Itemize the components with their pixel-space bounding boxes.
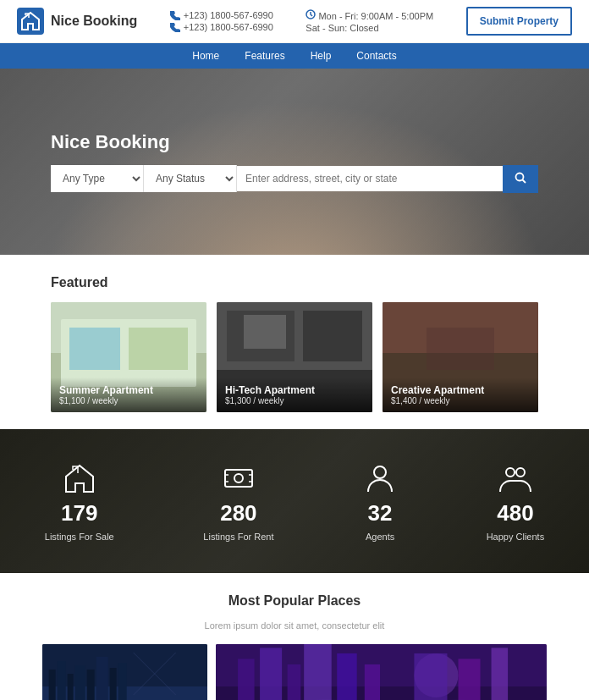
card-price-1: $1,300 / weekly bbox=[225, 396, 364, 405]
svg-point-2 bbox=[516, 173, 524, 180]
card-name-1: Hi-Tech Apartment bbox=[225, 384, 364, 396]
svg-line-3 bbox=[523, 179, 526, 183]
svg-rect-18 bbox=[225, 470, 252, 487]
featured-card-0[interactable]: Summer Apartment $1,100 / weekly bbox=[51, 302, 206, 412]
featured-cards: Summer Apartment $1,100 / weekly Hi-Tech… bbox=[51, 302, 538, 412]
places-top-row: New York 3 Properties bbox=[42, 644, 547, 700]
search-input[interactable] bbox=[237, 166, 503, 191]
status-select[interactable]: Any Status For Sale For Rent bbox=[144, 165, 237, 192]
hero-content: Nice Booking Any Type Apartment House Vi… bbox=[51, 131, 538, 193]
stat-label-3: Happy Clients bbox=[487, 532, 544, 542]
hero-title: Nice Booking bbox=[51, 131, 538, 153]
nav-contacts[interactable]: Contacts bbox=[356, 50, 396, 62]
svg-rect-11 bbox=[303, 311, 362, 361]
place-las-vegas[interactable]: Las Vegas 4 Properties bbox=[216, 644, 547, 700]
stat-label-2: Agents bbox=[366, 532, 394, 542]
type-select[interactable]: Any Type Apartment House Villa bbox=[51, 165, 144, 192]
money-icon bbox=[222, 461, 256, 495]
agent-icon bbox=[363, 461, 397, 495]
card-overlay-2: Creative Apartment $1,400 / weekly bbox=[383, 378, 538, 412]
clock-icon bbox=[306, 9, 316, 19]
svg-rect-17 bbox=[427, 328, 494, 370]
stat-clients: 480 Happy Clients bbox=[487, 461, 544, 542]
place-content-lv: Las Vegas 4 Properties bbox=[216, 692, 547, 700]
nav-features[interactable]: Features bbox=[245, 50, 284, 62]
main-nav: Home Features Help Contacts bbox=[0, 43, 589, 69]
contact-info: +123) 1800-567-6990 +123) 1800-567-6990 bbox=[170, 10, 273, 32]
nav-home[interactable]: Home bbox=[192, 50, 219, 62]
site-header: Nice Booking +123) 1800-567-6990 +123) 1… bbox=[0, 0, 589, 43]
svg-point-25 bbox=[506, 468, 515, 477]
phone-icon bbox=[170, 10, 180, 20]
phone2-icon bbox=[170, 22, 180, 32]
stat-number-3: 480 bbox=[497, 500, 533, 526]
featured-card-2[interactable]: Creative Apartment $1,400 / weekly bbox=[383, 302, 538, 412]
svg-rect-7 bbox=[69, 328, 120, 370]
stat-listings-rent: 280 Listings For Rent bbox=[203, 461, 273, 542]
card-name-0: Summer Apartment bbox=[59, 384, 198, 396]
stat-label-0: Listings For Sale bbox=[45, 532, 114, 542]
logo[interactable]: Nice Booking bbox=[17, 8, 137, 35]
svg-rect-13 bbox=[244, 315, 286, 349]
search-icon bbox=[515, 172, 526, 184]
svg-point-19 bbox=[234, 474, 243, 482]
logo-text: Nice Booking bbox=[51, 14, 137, 29]
featured-card-1[interactable]: Hi-Tech Apartment $1,300 / weekly bbox=[217, 302, 372, 412]
popular-section: Most Popular Places Lorem ipsum dolor si… bbox=[0, 573, 589, 700]
clients-icon bbox=[498, 461, 532, 495]
nav-help[interactable]: Help bbox=[311, 50, 332, 62]
card-overlay-1: Hi-Tech Apartment $1,300 / weekly bbox=[217, 378, 372, 412]
svg-point-24 bbox=[374, 466, 386, 478]
search-button[interactable] bbox=[503, 165, 538, 193]
card-price-0: $1,100 / weekly bbox=[59, 396, 198, 405]
card-name-2: Creative Apartment bbox=[391, 384, 530, 396]
hero-section: Nice Booking Any Type Apartment House Vi… bbox=[0, 69, 589, 255]
card-price-2: $1,400 / weekly bbox=[391, 396, 530, 405]
stat-number-2: 32 bbox=[368, 500, 393, 526]
logo-icon bbox=[17, 8, 44, 35]
house-icon bbox=[63, 461, 96, 495]
place-content-ny: New York 3 Properties bbox=[42, 692, 207, 700]
stats-section: 179 Listings For Sale 280 Listings For R… bbox=[0, 429, 589, 573]
search-bar: Any Type Apartment House Villa Any Statu… bbox=[51, 165, 538, 193]
place-new-york[interactable]: New York 3 Properties bbox=[42, 644, 207, 700]
svg-rect-8 bbox=[129, 328, 188, 370]
stat-label-1: Listings For Rent bbox=[203, 532, 273, 542]
hours-info: Mon - Fri: 9:00AM - 5:00PM Sat - Sun: Cl… bbox=[306, 9, 433, 33]
featured-section: Featured Summer Apartment $1,100 / weekl… bbox=[0, 255, 589, 429]
stat-number-1: 280 bbox=[220, 500, 256, 526]
featured-title: Featured bbox=[51, 275, 538, 290]
stat-agents: 32 Agents bbox=[363, 461, 397, 542]
popular-title: Most Popular Places bbox=[42, 593, 547, 609]
stat-listings-sale: 179 Listings For Sale bbox=[45, 461, 114, 542]
popular-subtitle: Lorem ipsum dolor sit amet, consectetur … bbox=[42, 620, 547, 631]
svg-point-26 bbox=[516, 468, 525, 477]
submit-property-button[interactable]: Submit Property bbox=[466, 7, 572, 36]
card-overlay-0: Summer Apartment $1,100 / weekly bbox=[51, 378, 206, 412]
stat-number-0: 179 bbox=[61, 500, 97, 526]
